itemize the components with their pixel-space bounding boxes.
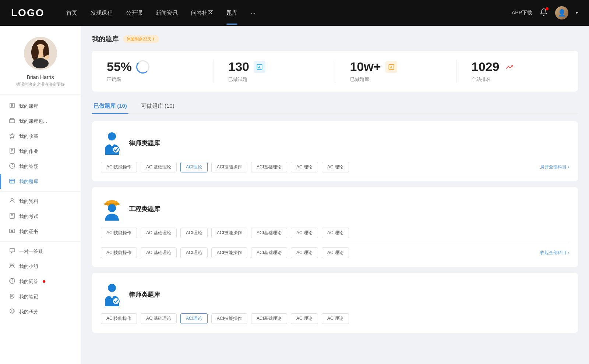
stat-accuracy: 55% 正确率 bbox=[92, 60, 214, 83]
sidebar-nav: 我的课程 我的课程包... 我的收藏 我的作业 bbox=[0, 99, 81, 319]
tag-e-r1-5[interactable]: ACI理论 bbox=[291, 228, 318, 238]
nav-item-news[interactable]: 新闻资讯 bbox=[156, 10, 178, 17]
trial-badge: 体验剩余23天！ bbox=[123, 35, 159, 43]
stat-accuracy-label: 正确率 bbox=[107, 76, 121, 83]
tab-available[interactable]: 可做题库 (10) bbox=[140, 99, 176, 113]
page-header: 我的题库 体验剩余23天！ bbox=[92, 35, 578, 43]
sidebar-item-homework[interactable]: 我的作业 bbox=[0, 144, 81, 159]
star-icon bbox=[9, 133, 15, 140]
tag-l2-2[interactable]: ACI理论 bbox=[180, 313, 208, 324]
sidebar-item-favorites-label: 我的收藏 bbox=[19, 133, 38, 140]
sidebar-avatar bbox=[24, 37, 57, 70]
bank-tags-lawyer-2: ACI技能操作 ACI基础理论 ACI理论 ACI技能操作 ACI基础理论 AC… bbox=[101, 313, 569, 324]
bank-header-lawyer-1: 律师类题库 bbox=[101, 130, 569, 156]
nav-item-qa[interactable]: 问答社区 bbox=[191, 10, 213, 17]
svg-marker-14 bbox=[10, 133, 15, 138]
tag-e-r2-3[interactable]: ACI技能操作 bbox=[211, 247, 247, 258]
avatar[interactable]: 👤 bbox=[555, 6, 568, 19]
engineer-icon bbox=[101, 196, 123, 222]
tag-e-r2-4[interactable]: ACI基础理论 bbox=[251, 247, 287, 258]
tag-e-r2-0[interactable]: ACI技能操作 bbox=[101, 247, 137, 258]
tag-e-r2-2[interactable]: ACI理论 bbox=[180, 247, 208, 258]
nav-item-home[interactable]: 首页 bbox=[66, 10, 77, 17]
bank-icon bbox=[9, 178, 15, 185]
main-content: 我的题库 体验剩余23天！ 55% 正确率 130 已做试题 bbox=[81, 26, 589, 364]
sidebar-item-group[interactable]: 我的小组 bbox=[0, 259, 81, 274]
myqa-badge bbox=[43, 280, 45, 283]
tab-done[interactable]: 已做题库 (10) bbox=[92, 99, 128, 113]
avatar-dropdown-arrow[interactable]: ▾ bbox=[576, 10, 578, 15]
page-title: 我的题库 bbox=[92, 35, 119, 43]
lawyer-icon-2 bbox=[101, 282, 123, 307]
accuracy-icon bbox=[136, 60, 149, 74]
sidebar-item-notes[interactable]: 我的笔记 bbox=[0, 289, 81, 304]
stat-done-banks: 10w+ 已做题库 bbox=[335, 60, 457, 83]
chart-orange-icon bbox=[385, 61, 397, 73]
bank-section-engineer: 工程类题库 ACI技能操作 ACI基础理论 ACI理论 ACI技能操作 ACI基… bbox=[92, 187, 578, 267]
tag-e-r2-1[interactable]: ACI基础理论 bbox=[141, 247, 177, 258]
navbar-right: APP下载 👤 ▾ bbox=[512, 6, 578, 19]
tag-l2-5[interactable]: ACI理论 bbox=[291, 313, 318, 324]
sidebar-divider-2 bbox=[0, 241, 81, 242]
bank-expand-lawyer-1[interactable]: 展开全部科目 › bbox=[540, 164, 569, 170]
sidebar-item-coursepackage[interactable]: 我的课程包... bbox=[0, 114, 81, 129]
tag-e-r1-3[interactable]: ACI技能操作 bbox=[211, 228, 247, 238]
sidebar-item-bank[interactable]: 我的题库 bbox=[0, 174, 81, 189]
sidebar-item-qa[interactable]: ? 我的答疑 bbox=[0, 159, 81, 174]
svg-point-31 bbox=[10, 264, 12, 266]
sidebar-item-myqa[interactable]: ? 我的问答 bbox=[0, 274, 81, 289]
tag-l2-1[interactable]: ACI基础理论 bbox=[141, 313, 177, 324]
bank-header-lawyer-2: 律师类题库 bbox=[101, 282, 569, 307]
nav-item-bank[interactable]: 题库 bbox=[226, 10, 237, 17]
tag-e-r1-4[interactable]: ACI基础理论 bbox=[251, 228, 287, 238]
bank-collapse-engineer[interactable]: 收起全部科目 › bbox=[540, 250, 569, 256]
nav-item-opencourse[interactable]: 公开课 bbox=[126, 10, 142, 17]
tag-e-r1-6[interactable]: ACI理论 bbox=[322, 228, 349, 238]
sidebar-item-coursepackage-label: 我的课程包... bbox=[19, 118, 47, 125]
tag-l2-6[interactable]: ACI理论 bbox=[322, 313, 349, 324]
tag-l1-6[interactable]: ACI理论 bbox=[322, 162, 349, 172]
rank-icon bbox=[504, 61, 515, 73]
tag-e-r1-1[interactable]: ACI基础理论 bbox=[141, 228, 177, 238]
sidebar-item-notes-label: 我的笔记 bbox=[19, 293, 38, 300]
sidebar-item-favorites[interactable]: 我的收藏 bbox=[0, 129, 81, 144]
logo: LOGO bbox=[11, 7, 44, 19]
tag-e-r1-0[interactable]: ACI技能操作 bbox=[101, 228, 137, 238]
sidebar-item-profile[interactable]: 我的资料 bbox=[0, 194, 81, 209]
bank-tags-lawyer-1: ACI技能操作 ACI基础理论 ACI理论 ACI技能操作 ACI基础理论 AC… bbox=[101, 162, 569, 172]
tag-e-r2-6[interactable]: ACI理论 bbox=[322, 247, 349, 258]
tag-e-r2-5[interactable]: ACI理论 bbox=[291, 247, 318, 258]
stat-done-questions: 130 已做试题 bbox=[214, 60, 335, 83]
bank-tags-engineer-row1: ACI技能操作 ACI基础理论 ACI理论 ACI技能操作 ACI基础理论 AC… bbox=[101, 228, 569, 238]
course-icon bbox=[9, 103, 15, 110]
notification-bell[interactable] bbox=[540, 8, 548, 18]
sidebar-user-name: Brian Harris bbox=[27, 74, 54, 80]
sidebar-item-cert[interactable]: 我的证书 bbox=[0, 224, 81, 239]
tag-l1-0[interactable]: ACI技能操作 bbox=[101, 162, 137, 172]
tag-l1-4[interactable]: ACI基础理论 bbox=[251, 162, 287, 172]
stat-rank-value: 1029 bbox=[472, 60, 500, 74]
nav-item-discover[interactable]: 发现课程 bbox=[91, 10, 113, 17]
tag-l1-2[interactable]: ACI理论 bbox=[180, 162, 208, 172]
sidebar: Brian Harris 错误的决定比没有决定要好 我的课程 我的课程包... bbox=[0, 26, 81, 364]
tag-l1-1[interactable]: ACI基础理论 bbox=[141, 162, 177, 172]
cert-icon bbox=[9, 228, 15, 235]
nav-item-more[interactable]: ··· bbox=[251, 10, 255, 17]
sidebar-item-mycourse[interactable]: 我的课程 bbox=[0, 99, 81, 114]
tag-l2-4[interactable]: ACI基础理论 bbox=[251, 313, 287, 324]
tag-l2-0[interactable]: ACI技能操作 bbox=[101, 313, 137, 324]
svg-point-6 bbox=[32, 58, 49, 68]
tag-l2-3[interactable]: ACI技能操作 bbox=[211, 313, 247, 324]
sidebar-item-exam[interactable]: 我的考试 bbox=[0, 209, 81, 224]
stat-done-questions-label: 已做试题 bbox=[228, 76, 247, 83]
bank-section-lawyer-2: 律师类题库 ACI技能操作 ACI基础理论 ACI理论 ACI技能操作 ACI基… bbox=[92, 273, 578, 333]
tag-l1-5[interactable]: ACI理论 bbox=[291, 162, 318, 172]
svg-point-37 bbox=[10, 309, 14, 313]
app-download-button[interactable]: APP下载 bbox=[512, 10, 532, 16]
stat-done-banks-label: 已做题库 bbox=[350, 76, 369, 83]
sidebar-item-points[interactable]: 我的积分 bbox=[0, 304, 81, 319]
svg-point-47 bbox=[108, 132, 116, 140]
sidebar-item-1on1[interactable]: 一对一答疑 bbox=[0, 244, 81, 259]
tag-e-r1-2[interactable]: ACI理论 bbox=[180, 228, 208, 238]
tag-l1-3[interactable]: ACI技能操作 bbox=[211, 162, 247, 172]
